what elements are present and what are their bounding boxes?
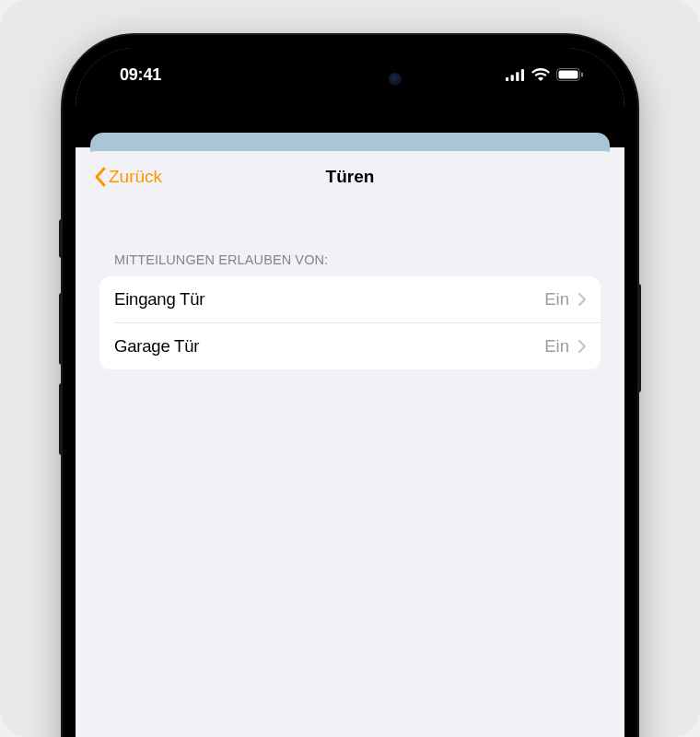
wifi-icon: [531, 68, 550, 81]
navigation-bar: Zurück Türen: [83, 151, 617, 203]
settings-sheet: Zurück Türen MITTEILUNGEN ERLAUBEN VON: …: [83, 151, 617, 737]
row-label: Eingang Tür: [114, 289, 204, 310]
front-camera-icon: [389, 73, 402, 86]
back-label: Zurück: [109, 167, 162, 187]
status-time: 09:41: [120, 65, 161, 85]
content-area: MITTEILUNGEN ERLAUBEN VON: Eingang Tür E…: [83, 203, 617, 369]
row-trailing: Ein: [544, 336, 586, 357]
svg-rect-1: [511, 75, 514, 81]
svg-rect-6: [581, 73, 583, 77]
back-button[interactable]: Zurück: [94, 167, 162, 187]
power-button: [637, 284, 641, 392]
svg-rect-3: [521, 69, 524, 81]
phone-screen: 09:41: [76, 48, 624, 737]
volume-up-button: [59, 293, 63, 365]
door-row-garage[interactable]: Garage Tür Ein: [114, 323, 601, 369]
chevron-right-icon: [578, 293, 586, 306]
svg-rect-0: [506, 77, 508, 81]
status-icons: [506, 68, 584, 81]
dynamic-island: [282, 61, 418, 98]
door-row-eingang[interactable]: Eingang Tür Ein: [99, 276, 601, 322]
row-value: Ein: [544, 336, 569, 357]
image-frame: 09:41: [0, 0, 700, 737]
svg-rect-2: [516, 72, 519, 81]
section-header: MITTEILUNGEN ERLAUBEN VON:: [99, 203, 601, 276]
chevron-right-icon: [578, 340, 586, 353]
row-label: Garage Tür: [114, 336, 199, 357]
row-trailing: Ein: [544, 289, 586, 310]
chevron-left-icon: [94, 167, 107, 187]
doors-list: Eingang Tür Ein Garage Tür: [99, 276, 601, 369]
svg-rect-5: [559, 71, 578, 79]
volume-down-button: [59, 383, 63, 455]
battery-icon: [556, 68, 584, 81]
page-title: Türen: [83, 167, 617, 187]
row-value: Ein: [544, 289, 569, 310]
cellular-icon: [506, 69, 525, 81]
phone-body: 09:41: [63, 35, 637, 737]
